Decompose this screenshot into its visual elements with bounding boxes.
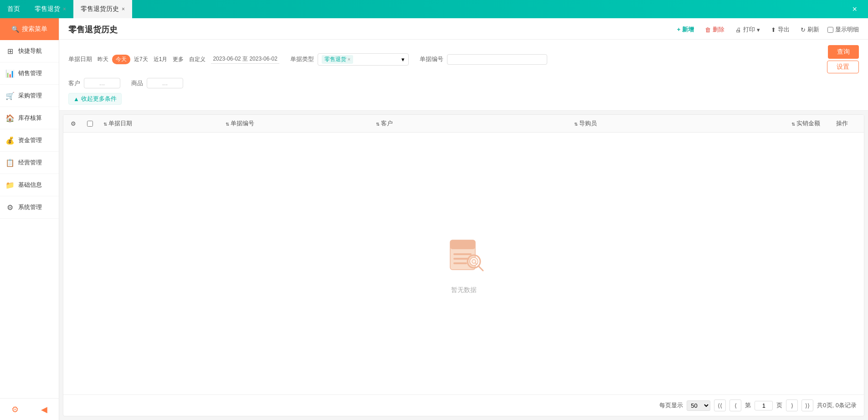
- date-btn-more[interactable]: 更多: [171, 55, 185, 64]
- sidebar-item-operations[interactable]: 📋 经营管理: [0, 152, 59, 174]
- empty-state: 暂无数据: [63, 133, 864, 394]
- customer-filter-label: 客户: [68, 79, 80, 87]
- sidebar: 🔍 搜索菜单 ⊞ 快捷导航 📊 销售管理 🛒 采购管理 🏠 库存核算 💰: [0, 18, 59, 420]
- sidebar-item-label-purchase: 采购管理: [18, 92, 42, 100]
- sort-customer-icon[interactable]: [376, 120, 380, 127]
- tab-retail-return-history-close[interactable]: ×: [122, 6, 125, 12]
- refresh-button[interactable]: ↻ 刷新: [798, 24, 822, 36]
- sort-amount-icon[interactable]: [791, 120, 795, 127]
- type-select-chevron: [401, 56, 405, 63]
- collapse-filter-button[interactable]: ▲ 收起更多条件: [68, 93, 122, 105]
- type-select[interactable]: 零售退货 ×: [318, 53, 409, 66]
- date-btn-1month[interactable]: 近1月: [152, 55, 169, 64]
- table-col-guide: 导购员: [570, 115, 721, 132]
- sidebar-item-inventory[interactable]: 🏠 库存核算: [0, 107, 59, 129]
- empty-text: 暂无数据: [451, 286, 477, 294]
- top-bar: 首页 零售退货 × 零售退货历史 × ×: [0, 0, 868, 18]
- type-tag-label: 零售退货: [324, 56, 346, 63]
- filter-row-1: 单据日期 昨天 今天 近7天 近1月 更多 自定义 2023-06-02 至 2…: [68, 45, 859, 73]
- tab-retail-return-close[interactable]: ×: [63, 6, 66, 12]
- sidebar-item-label-base-info: 基础信息: [18, 181, 42, 189]
- product-select-button[interactable]: …: [147, 78, 183, 88]
- system-icon: ⚙: [5, 203, 15, 212]
- sidebar-settings-button[interactable]: ⚙: [11, 405, 19, 415]
- date-btn-today[interactable]: 今天: [112, 55, 130, 64]
- doc-no-input[interactable]: [447, 54, 547, 65]
- table-check-col: [83, 116, 100, 131]
- sidebar-item-quick-nav[interactable]: ⊞ 快捷导航: [0, 40, 59, 62]
- window-close-button[interactable]: ×: [848, 5, 861, 14]
- sidebar-collapse-button[interactable]: ◀: [41, 405, 47, 415]
- product-filter-label: 商品: [131, 79, 143, 87]
- top-bar-right: ×: [848, 5, 868, 14]
- date-range-display[interactable]: 2023-06-02 至 2023-06-02: [211, 55, 279, 64]
- sort-guide-icon[interactable]: [574, 120, 578, 127]
- date-btn-7days[interactable]: 近7天: [132, 55, 150, 64]
- col-no-label: 单据编号: [231, 119, 254, 128]
- next-page-button[interactable]: ⟩: [786, 400, 798, 411]
- sidebar-item-label-finance: 资金管理: [18, 136, 42, 144]
- tab-retail-return-label: 零售退货: [35, 5, 60, 13]
- sidebar-item-system[interactable]: ⚙ 系统管理: [0, 196, 59, 219]
- sidebar-search[interactable]: 🔍 搜索菜单: [0, 18, 59, 40]
- show-detail-checkbox-label[interactable]: 显示明细: [827, 26, 859, 34]
- tab-home[interactable]: 首页: [0, 0, 27, 18]
- empty-icon: [441, 233, 487, 279]
- new-button[interactable]: + 新增: [674, 24, 697, 36]
- prev-page-button[interactable]: ⟨: [729, 400, 741, 411]
- refresh-icon: ↻: [801, 26, 806, 33]
- delete-button[interactable]: 🗑 删除: [702, 24, 727, 36]
- svg-line-7: [478, 266, 483, 271]
- sidebar-item-finance[interactable]: 💰 资金管理: [0, 129, 59, 152]
- filter-area: 单据日期 昨天 今天 近7天 近1月 更多 自定义 2023-06-02 至 2…: [59, 40, 868, 111]
- sort-date-icon[interactable]: [103, 120, 107, 127]
- tab-retail-return-history-label: 零售退货历史: [81, 5, 119, 13]
- query-button[interactable]: 查询: [828, 45, 859, 59]
- page-size-label: 每页显示: [659, 401, 683, 410]
- sidebar-item-base-info[interactable]: 📁 基础信息: [0, 174, 59, 196]
- tab-home-label: 首页: [7, 5, 20, 13]
- tab-retail-return-history[interactable]: 零售退货历史 ×: [73, 0, 132, 18]
- show-detail-label: 显示明细: [835, 26, 859, 34]
- date-quick-btns: 昨天 今天 近7天 近1月 更多 自定义: [96, 55, 207, 64]
- set-button[interactable]: 设置: [827, 61, 859, 73]
- export-button-label: 导出: [778, 26, 790, 34]
- filter-customer: 客户 …: [68, 78, 120, 88]
- select-all-checkbox[interactable]: [87, 121, 93, 127]
- export-button[interactable]: ⬆ 导出: [768, 24, 792, 36]
- table-setting-icon[interactable]: ⚙: [71, 120, 76, 127]
- export-icon: ⬆: [771, 26, 776, 33]
- customer-select-button[interactable]: …: [84, 78, 120, 88]
- inventory-icon: 🏠: [5, 113, 15, 123]
- refresh-button-label: 刷新: [807, 26, 819, 34]
- page-number-input[interactable]: [755, 401, 773, 410]
- delete-icon: 🗑: [705, 26, 711, 33]
- search-icon: 🔍: [11, 26, 19, 33]
- page-header: 零售退货历史 + 新增 🗑 删除 🖨 打印 ⬆ 导出: [59, 18, 868, 40]
- table-col-date: 单据日期: [100, 115, 222, 132]
- sidebar-item-sales-mgmt[interactable]: 📊 销售管理: [0, 62, 59, 85]
- sidebar-item-purchase-mgmt[interactable]: 🛒 采购管理: [0, 85, 59, 107]
- sort-no-icon[interactable]: [226, 120, 229, 127]
- tab-retail-return[interactable]: 零售退货 ×: [27, 0, 73, 18]
- print-button[interactable]: 🖨 打印: [733, 24, 763, 36]
- date-btn-custom[interactable]: 自定义: [187, 55, 207, 64]
- base-info-icon: 📁: [5, 180, 15, 190]
- page-title: 零售退货历史: [68, 24, 118, 35]
- col-guide-label: 导购员: [579, 119, 597, 128]
- page-label-end: 页: [776, 401, 782, 410]
- col-amount-label: 实销金额: [796, 119, 820, 128]
- col-customer-label: 客户: [381, 119, 393, 128]
- sidebar-search-label: 搜索菜单: [22, 25, 47, 33]
- header-actions: + 新增 🗑 删除 🖨 打印 ⬆ 导出 ↻ 刷新: [674, 24, 859, 36]
- last-page-button[interactable]: ⟩⟩: [801, 400, 813, 411]
- svg-rect-4: [453, 262, 467, 264]
- show-detail-checkbox[interactable]: [827, 27, 833, 33]
- filter-date: 单据日期 昨天 今天 近7天 近1月 更多 自定义 2023-06-02 至 2…: [68, 55, 279, 64]
- filter-product: 商品 …: [131, 78, 183, 88]
- page-size-select[interactable]: 50 10 20 100: [687, 400, 710, 411]
- type-tag-close[interactable]: ×: [348, 56, 350, 62]
- first-page-button[interactable]: ⟨⟨: [714, 400, 726, 411]
- date-btn-yesterday[interactable]: 昨天: [96, 55, 110, 64]
- page-label: 第: [745, 401, 751, 410]
